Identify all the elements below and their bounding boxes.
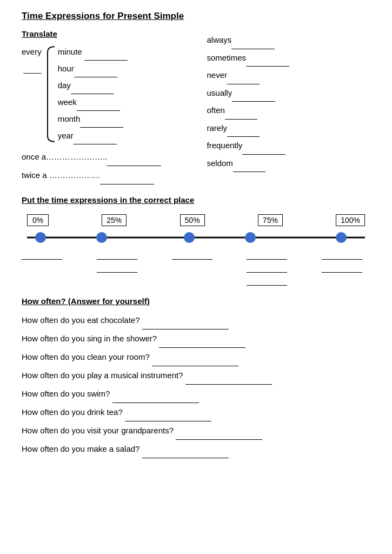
freq-usually: usually xyxy=(207,84,371,102)
questions-section: How often do you eat chocolate? How ofte… xyxy=(22,311,370,458)
pct-25: 25% xyxy=(102,214,127,226)
dot-5 xyxy=(336,232,347,243)
dot-3 xyxy=(184,232,195,243)
time-item-week: week xyxy=(58,94,128,111)
q1: How often do you eat chocolate? xyxy=(22,311,370,329)
freq-frequently: frequently xyxy=(207,137,371,155)
month-blank xyxy=(80,111,123,128)
time-item-minute: minute xyxy=(58,44,128,61)
bracket-container: minute hour day week month year xyxy=(45,44,128,144)
answer-lines-container xyxy=(22,246,370,286)
q3-blank xyxy=(152,348,238,366)
q7: How often do you visit your grandparents… xyxy=(22,421,370,440)
q1-blank xyxy=(142,311,229,329)
freq-always: always xyxy=(207,31,371,49)
q8-blank xyxy=(142,440,229,458)
once-blank xyxy=(107,148,161,166)
once-row: once a………………….. xyxy=(22,148,185,166)
year-blank xyxy=(74,128,117,144)
answer-col-1 xyxy=(22,250,70,286)
twice-blank xyxy=(100,166,154,184)
freq-often: often xyxy=(207,102,371,120)
week-blank xyxy=(77,94,120,111)
sometimes-blank xyxy=(246,49,289,67)
translate-section: Translate every ____ minute hour day wee… xyxy=(22,29,370,184)
ans-blank-4b xyxy=(247,263,287,273)
twice-row: twice a ………………. xyxy=(22,166,185,184)
translate-right: always sometimes never usually often rar… xyxy=(207,29,371,184)
q5-blank xyxy=(112,385,199,403)
q4-blank xyxy=(185,366,272,385)
pct-75: 75% xyxy=(258,214,283,226)
timeline-line xyxy=(27,237,365,239)
ans-blank-2b xyxy=(97,263,137,273)
q6: How often do you drink tea? xyxy=(22,403,370,421)
blank-word: ____ xyxy=(23,61,41,77)
q5: How often do you swim? xyxy=(22,385,370,403)
section2-title: Put the time expressions in the correct … xyxy=(22,195,370,205)
ans-blank-3a xyxy=(172,250,212,260)
pct-100: 100% xyxy=(336,214,365,226)
often-blank xyxy=(225,102,257,120)
every-row: every ____ minute hour day week month ye… xyxy=(22,44,185,144)
q2-blank xyxy=(159,329,245,348)
time-item-hour: hour xyxy=(58,61,128,77)
always-blank xyxy=(231,31,275,49)
ans-blank-5a xyxy=(322,250,362,260)
answer-col-2 xyxy=(97,250,145,286)
hour-blank xyxy=(74,61,117,77)
every-word: every xyxy=(22,44,42,60)
usually-blank xyxy=(232,84,275,102)
time-item-month: month xyxy=(58,111,128,128)
q4: How often do you play a musical instrume… xyxy=(22,366,370,385)
timeline-section: 0% 25% 50% 75% 100% xyxy=(22,214,370,286)
freq-seldom: seldom xyxy=(207,155,371,173)
page-title: Time Expressions for Present Simple xyxy=(22,11,370,22)
time-item-day: day xyxy=(58,77,128,94)
freq-rarely: rarely xyxy=(207,120,371,137)
percent-row: 0% 25% 50% 75% 100% xyxy=(22,214,370,226)
pct-50: 50% xyxy=(180,214,205,226)
ans-blank-1a xyxy=(22,250,62,260)
day-blank xyxy=(71,77,114,94)
minute-blank xyxy=(84,44,128,61)
timeline-line-container xyxy=(27,229,365,246)
q8: How often do you make a salad? xyxy=(22,440,370,458)
q3: How often do you clean your room? xyxy=(22,348,370,366)
translate-left: Translate every ____ minute hour day wee… xyxy=(22,29,185,184)
freq-sometimes: sometimes xyxy=(207,49,371,67)
once-twice-section: once a………………….. twice a ………………. xyxy=(22,148,185,184)
every-blank-col: every ____ xyxy=(22,44,42,77)
ans-blank-4a xyxy=(247,250,287,260)
section3-title: How often? (Answer for yourself) xyxy=(22,296,370,306)
q7-blank xyxy=(176,421,262,440)
time-item-year: year xyxy=(58,128,128,144)
ans-blank-5b xyxy=(322,263,362,273)
dot-2 xyxy=(96,232,107,243)
q2: How often do you sing in the shower? xyxy=(22,329,370,348)
bracket-svg xyxy=(45,44,56,144)
dot-4 xyxy=(245,232,256,243)
time-items: minute hour day week month year xyxy=(58,44,128,144)
translate-label: Translate xyxy=(22,29,185,38)
freq-never: never xyxy=(207,67,371,84)
seldom-blank xyxy=(233,155,265,173)
frequently-blank xyxy=(242,137,285,155)
ans-blank-4c xyxy=(247,276,287,286)
ans-blank-2a xyxy=(97,250,137,260)
q6-blank xyxy=(125,403,211,421)
answer-col-3 xyxy=(172,250,221,286)
never-blank xyxy=(227,67,260,84)
dot-1 xyxy=(35,232,46,243)
answer-col-5 xyxy=(322,250,370,286)
answer-col-4 xyxy=(247,250,295,286)
rarely-blank xyxy=(227,120,260,137)
pct-0: 0% xyxy=(27,214,49,226)
